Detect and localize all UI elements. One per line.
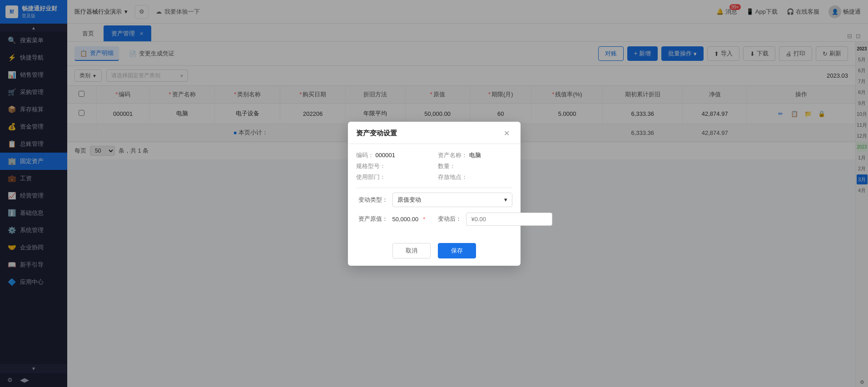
modal-cancel-button[interactable]: 取消 bbox=[392, 243, 431, 258]
modal-after-change-label: 变动后： bbox=[430, 215, 461, 223]
modal-change-type-select[interactable]: 原值变动 ▾ bbox=[392, 193, 512, 207]
modal-code-value: 000001 bbox=[376, 152, 395, 159]
modal-save-button[interactable]: 保存 bbox=[438, 243, 476, 258]
modal-change-type-value: 原值变动 bbox=[397, 196, 421, 204]
modal-quantity-field: 数量： bbox=[438, 162, 512, 170]
modal-close-button[interactable]: ✕ bbox=[501, 128, 512, 139]
modal-asset-name-value: 电脑 bbox=[469, 151, 481, 159]
modal-location-label: 存放地点： bbox=[438, 173, 467, 181]
modal-original-value-label: 资产原值： bbox=[356, 215, 388, 223]
modal-change-type-row: 变动类型： 原值变动 ▾ bbox=[356, 193, 512, 207]
modal-original-value-input: 50,000.00 bbox=[392, 213, 419, 225]
modal-change-type-label: 变动类型： bbox=[356, 196, 388, 204]
modal-department-label: 使用部门： bbox=[356, 173, 386, 181]
modal-code-label: 编码： bbox=[356, 151, 374, 159]
modal-location-field: 存放地点： bbox=[438, 173, 512, 181]
modal-spec-label: 规格型号： bbox=[356, 162, 386, 170]
modal-spec-field: 规格型号： bbox=[356, 162, 431, 170]
modal-overlay: 资产变动设置 ✕ 编码： 000001 资产名称： 电脑 规格型号： 数量： bbox=[0, 0, 868, 387]
modal-body: 编码： 000001 资产名称： 电脑 规格型号： 数量： 使用部门： bbox=[348, 144, 521, 238]
modal-title: 资产变动设置 bbox=[356, 129, 397, 138]
modal-asset-name-label: 资产名称： bbox=[438, 151, 467, 159]
required-star: * bbox=[423, 216, 425, 223]
modal-department-field: 使用部门： bbox=[356, 173, 431, 181]
modal-footer: 取消 保存 bbox=[348, 238, 521, 266]
modal-code-field: 编码： 000001 bbox=[356, 151, 431, 159]
modal-after-change-input[interactable] bbox=[466, 213, 552, 226]
modal-quantity-label: 数量： bbox=[438, 162, 456, 170]
modal-dialog: 资产变动设置 ✕ 编码： 000001 资产名称： 电脑 规格型号： 数量： bbox=[348, 122, 521, 266]
modal-original-value-row: 资产原值： 50,000.00 * 变动后： bbox=[356, 213, 512, 226]
modal-info-grid: 编码： 000001 资产名称： 电脑 规格型号： 数量： 使用部门： bbox=[356, 151, 512, 181]
modal-asset-name-field: 资产名称： 电脑 bbox=[438, 151, 512, 159]
modal-select-dropdown-icon: ▾ bbox=[504, 196, 507, 203]
modal-divider bbox=[356, 188, 512, 188]
modal-header: 资产变动设置 ✕ bbox=[348, 122, 521, 144]
